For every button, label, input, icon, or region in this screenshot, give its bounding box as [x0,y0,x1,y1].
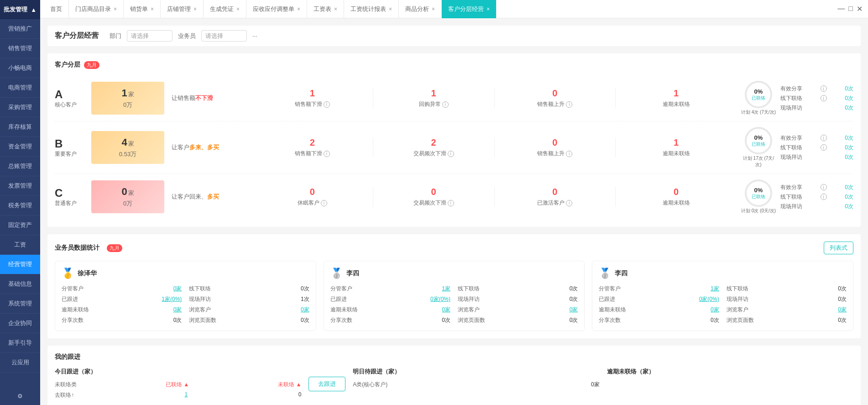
tab-store[interactable]: 店铺管理× [161,0,204,18]
sidebar-item-purchase[interactable]: 采购管理 [0,98,40,117]
tab-goods-analysis[interactable]: 商品分析× [399,0,442,18]
tab-close-receivable[interactable]: × [297,6,300,12]
sidebar-item-hr[interactable]: 工资 [0,235,40,255]
follow-contacted-val[interactable]: 1 [184,391,188,399]
sidebar-item-tax[interactable]: 税务管理 [0,196,40,216]
tab-sales[interactable]: 销货单× [124,0,161,18]
info-icon[interactable]: i [821,85,827,92]
info-icon[interactable]: i [821,144,827,151]
tab-customer-mgmt[interactable]: 客户分层经营× [442,0,497,18]
info-icon[interactable]: i [821,184,827,190]
sidebar-item-marketing[interactable]: 营销推广 [0,19,40,39]
sidebar-collapse-icon[interactable]: ▲ [31,6,37,13]
tier-count-block-b[interactable]: 4 家 0.53万 [91,131,164,164]
tier-count-block-c[interactable]: 0 家 0万 [91,180,164,213]
stat-item-a-2[interactable]: 0 销售额上升 i [495,88,616,108]
tab-close-payroll-stat[interactable]: × [389,6,392,12]
stat-item-b-3[interactable]: 1 逾期未联络 [616,137,737,158]
tab-payroll-stat[interactable]: 工资统计报表× [344,0,399,18]
stat-item-b-0[interactable]: 2 销售额下滑 i [252,137,373,158]
sidebar-header[interactable]: 批发管理 ▲ [0,0,40,19]
stat-item-c-3[interactable]: 0 逾期未联络 [616,187,737,207]
sales-select[interactable]: 请选择 [201,30,247,42]
stat-item-c-2[interactable]: 0 已激活客户 i [495,187,616,207]
tab-close-store[interactable]: × [193,6,197,12]
sidebar-item-fixed[interactable]: 固定资产 [0,216,40,235]
tab-payroll[interactable]: 工资表× [307,0,344,18]
stat-item-b-1[interactable]: 2 交易频次下滑 i [373,137,495,158]
sidebar-item-ledger[interactable]: 总账管理 [0,157,40,176]
biz-card-header-0: 🥇 徐泽华 [62,268,309,279]
tab-close-voucher[interactable]: × [236,6,240,12]
info-icon[interactable]: i [324,101,330,108]
sidebar-item-system[interactable]: 系统管理 [0,294,40,314]
biz-stat-val[interactable]: 0家 [301,306,309,314]
stat-item-b-2[interactable]: 0 销售额上升 i [495,137,616,158]
biz-stat-val[interactable]: 0家 [570,306,578,314]
sidebar-item-guide[interactable]: 新手引导 [0,333,40,353]
dept-select[interactable]: 请选择 [127,30,173,42]
tab-home[interactable]: 首页 [44,0,69,18]
biz-stat-val[interactable]: 1家 [711,285,719,293]
stat-label-b-3: 逾期未联络 [663,150,690,158]
biz-stat-val[interactable]: 1家 [442,285,450,293]
sidebar-item-coop[interactable]: 企业协同 [0,314,40,333]
biz-stat-val[interactable]: 0家 [838,306,847,314]
stat-item-c-1[interactable]: 0 交易频次下滑 i [373,187,495,207]
tomorrow-row: A类(核心客户) 0家 [353,379,599,390]
biz-stat-val[interactable]: 0家(0%) [430,295,450,303]
sidebar-settings[interactable]: ⚙ [0,387,40,405]
biz-stat-val[interactable]: 0家 [173,285,182,293]
info-icon[interactable]: i [566,101,572,108]
tab-voucher[interactable]: 生成凭证× [204,0,246,18]
window-close-icon[interactable]: ✕ [857,5,863,13]
more-filter-icon[interactable]: ··· [252,32,257,39]
biz-stat-label: 现场拜访 [189,295,211,303]
info-icon[interactable]: i [324,151,330,157]
tab-close-goods-analysis[interactable]: × [432,6,435,12]
sidebar-item-capital[interactable]: 资金管理 [0,137,40,157]
window-minimize-icon[interactable]: — [837,5,845,13]
info-icon[interactable]: i [821,194,827,200]
info-icon[interactable]: i [821,95,827,101]
biz-stat-val[interactable]: 0家 [711,306,719,314]
follow-contacted-label: 已联络 ▲ [166,381,189,389]
info-icon[interactable]: i [321,200,327,206]
sidebar-item-inventory[interactable]: 库存核算 [0,117,40,137]
info-icon[interactable]: i [566,200,572,206]
tab-close-payroll[interactable]: × [334,6,337,12]
biz-stat-val[interactable]: 0家(0%) [699,295,719,303]
tier-count-block-a[interactable]: 1 家 0万 [91,82,164,115]
sidebar-item-mini[interactable]: 小畅电商 [0,58,40,78]
stat-item-a-1[interactable]: 1 回购异常 i [373,88,495,108]
info-icon[interactable]: i [442,101,449,108]
info-icon[interactable]: i [448,200,454,206]
tab-close-customer-mgmt[interactable]: × [486,6,490,12]
tab-close-product[interactable]: × [114,6,117,12]
right-stat-row-a-0: 有效分享 i 0次 [780,85,853,93]
biz-stat-row-1-0: 分管客户 1家 [330,285,450,293]
list-view-button[interactable]: 列表式 [824,242,853,254]
tab-receivable[interactable]: 应收应付调整单× [246,0,307,18]
window-maximize-icon[interactable]: □ [848,5,853,13]
stat-item-c-0[interactable]: 0 休眠客户 i [252,187,373,207]
sidebar-item-sales[interactable]: 销售管理 [0,39,40,58]
sidebar-item-cloud[interactable]: 云应用 [0,353,40,373]
info-icon[interactable]: i [448,151,454,157]
stat-item-a-0[interactable]: 1 销售额下滑 i [252,88,373,108]
sidebar-item-biz[interactable]: 经营管理 [0,255,40,274]
biz-stat-val[interactable]: 1家(0%) [162,295,182,303]
info-icon[interactable]: i [566,151,572,157]
sidebar-item-invoice[interactable]: 发票管理 [0,176,40,196]
tab-close-sales[interactable]: × [151,6,154,12]
stat-item-a-3[interactable]: 1 逾期未联络 [616,88,737,108]
sidebar-item-base[interactable]: 基础信息 [0,274,40,294]
overdue-follow-col: 逾期未联络（家） [607,368,853,379]
biz-stat-val[interactable]: 0家 [173,306,182,314]
tab-product[interactable]: 门店商品目录× [69,0,124,18]
biz-stat-val: 0次 [442,316,450,324]
go-follow-button[interactable]: 去跟进 [309,377,345,391]
sidebar-item-ecom[interactable]: 电商管理 [0,78,40,98]
biz-stat-val[interactable]: 0家 [442,306,450,314]
info-icon[interactable]: i [821,135,827,141]
